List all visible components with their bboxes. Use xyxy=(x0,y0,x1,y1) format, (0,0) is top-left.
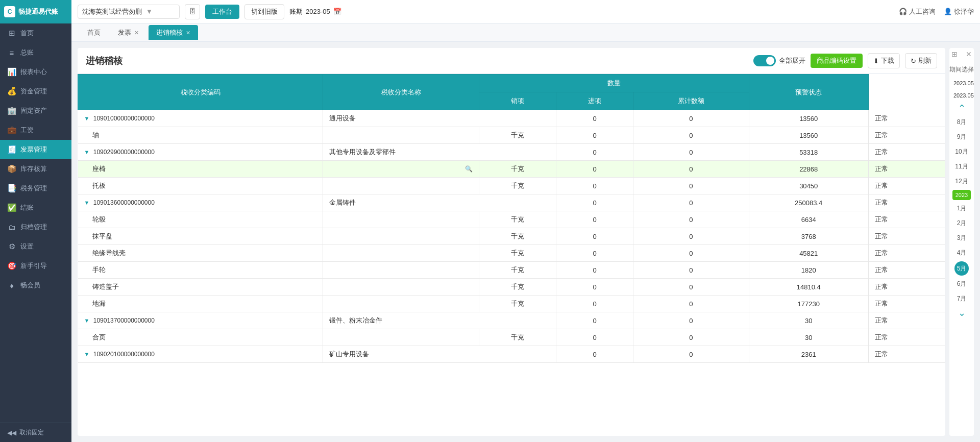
tab-invoice-close[interactable]: ✕ xyxy=(134,30,139,36)
download-button[interactable]: ⬇ 下载 xyxy=(868,53,900,68)
settings-icon: ⚙ xyxy=(7,242,16,251)
month-12[interactable]: 12月 xyxy=(952,175,971,188)
month-1[interactable]: 1月 xyxy=(952,202,971,215)
company-selector[interactable]: 沈海英测试经营勿删 ▼ xyxy=(78,5,180,19)
table-row[interactable]: 合页 千克 0 0 30 正常 xyxy=(78,329,945,346)
download-icon: ⬇ xyxy=(873,57,879,65)
expand-icon[interactable]: ▼ xyxy=(84,317,90,324)
expand-icon[interactable]: ▼ xyxy=(84,115,90,121)
sidebar-item-assets[interactable]: 🏢 固定资产 xyxy=(0,101,71,120)
workspace-button[interactable]: 工作台 xyxy=(205,5,239,19)
table-row[interactable]: ▼ 109013700000000000 锻件、粉末冶金件 0 0 30 正常 xyxy=(78,312,945,329)
td-status: 正常 xyxy=(868,329,945,346)
sidebar-item-settings[interactable]: ⚙ 设置 xyxy=(0,237,71,256)
month-2[interactable]: 2月 xyxy=(952,217,971,230)
sidebar-item-member[interactable]: ♦ 畅会员 xyxy=(0,276,71,295)
table-row[interactable]: 地漏 千克 0 0 177230 正常 xyxy=(78,296,945,312)
scroll-up-arrow[interactable]: ⌃ xyxy=(949,103,974,114)
table-row[interactable]: ▼ 109013600000000000 金属铸件 0 0 250083.4 正… xyxy=(78,194,945,211)
table-row[interactable]: ▼ 109029900000000000 其他专用设备及零部件 0 0 5331… xyxy=(78,144,945,161)
month-11[interactable]: 11月 xyxy=(952,160,971,173)
month-10[interactable]: 10月 xyxy=(952,145,971,158)
sidebar-item-label: 发票管理 xyxy=(20,145,47,154)
td-status: 正常 xyxy=(868,279,945,296)
td-sales: 0 xyxy=(556,161,633,178)
sidebar-cancel-fixed[interactable]: ◀◀ 取消固定 xyxy=(0,423,71,442)
tab-reconcile[interactable]: 进销稽核 ✕ xyxy=(149,25,198,40)
user-menu[interactable]: 👤 徐泽华 xyxy=(944,7,974,16)
table-row[interactable]: 铸造盖子 千克 0 0 14810.4 正常 xyxy=(78,279,945,296)
tab-home[interactable]: 首页 xyxy=(80,25,108,40)
table-row[interactable]: 绝缘导线壳 千克 0 0 45821 正常 xyxy=(78,245,945,262)
table-row[interactable]: 手轮 千克 0 0 1820 正常 xyxy=(78,262,945,279)
td-unit: 千克 xyxy=(479,279,556,296)
td-unit: 千克 xyxy=(479,245,556,262)
refresh-button[interactable]: ↻ 刷新 xyxy=(905,53,937,68)
tab-invoice[interactable]: 发票 ✕ xyxy=(110,25,146,40)
td-unit: 千克 xyxy=(479,228,556,245)
td-sales: 0 xyxy=(556,194,633,211)
download-label: 下载 xyxy=(881,56,894,65)
td-sales: 0 xyxy=(556,279,633,296)
sidebar-item-label: 税务管理 xyxy=(20,184,47,193)
sidebar-item-tax[interactable]: 📑 税务管理 xyxy=(0,179,71,198)
sidebar-item-settlement[interactable]: ✅ 结账 xyxy=(0,198,71,217)
funds-icon: 💰 xyxy=(7,87,16,96)
sidebar-item-archive[interactable]: 🗂 归档管理 xyxy=(0,217,71,237)
table-row[interactable]: 座椅 🔍 千克 0 0 22868 正常 xyxy=(78,161,945,178)
table-container: 税收分类编码 税收分类名称 数量 预警状态 销项 进项 累计数额 ▼ xyxy=(78,74,945,436)
month-7[interactable]: 7月 xyxy=(952,292,971,305)
sidebar-item-guide[interactable]: 🎯 新手引导 xyxy=(0,256,71,276)
expand-icon[interactable]: ▼ xyxy=(84,200,90,206)
panel-expand-button[interactable]: ⊞ xyxy=(951,50,958,58)
scroll-down-arrow[interactable]: ⌄ xyxy=(949,307,974,318)
page-header-actions: 全部展开 商品编码设置 ⬇ 下载 ↻ 刷新 xyxy=(753,53,937,68)
table-row[interactable]: ▼ 109020100000000000 矿山专用设备 0 0 2361 正常 xyxy=(78,346,945,363)
table-row[interactable]: ▼ 109010000000000000 通用设备 0 0 13560 正常 xyxy=(78,110,945,127)
month-3[interactable]: 3月 xyxy=(952,232,971,244)
table-row[interactable]: 轴 千克 0 0 13560 正常 xyxy=(78,127,945,144)
month-8[interactable]: 8月 xyxy=(952,116,971,129)
sidebar-item-label: 资金管理 xyxy=(20,87,47,96)
sidebar-item-salary[interactable]: 💼 工资 xyxy=(0,120,71,140)
support-button[interactable]: 🎧 人工咨询 xyxy=(899,7,936,16)
td-total: 13560 xyxy=(749,127,868,144)
panel-close-button[interactable]: ✕ xyxy=(966,50,972,58)
product-code-button[interactable]: 商品编码设置 xyxy=(811,54,863,68)
toggle-all[interactable]: 全部展开 xyxy=(753,55,805,66)
salary-icon: 💼 xyxy=(7,126,16,135)
table-row[interactable]: 轮毂 千克 0 0 6634 正常 xyxy=(78,211,945,228)
archive-button[interactable]: 🗄 xyxy=(185,4,200,19)
td-purchase: 0 xyxy=(633,228,749,245)
td-status: 正常 xyxy=(868,144,945,161)
sidebar-item-invoice[interactable]: 🧾 发票管理 xyxy=(0,140,71,159)
tab-reconcile-close[interactable]: ✕ xyxy=(186,30,190,36)
sidebar-item-home[interactable]: ⊞ 首页 xyxy=(0,23,71,43)
sidebar-item-funds[interactable]: 💰 资金管理 xyxy=(0,82,71,101)
month-5[interactable]: 5月 xyxy=(954,261,969,276)
expand-icon[interactable]: ▼ xyxy=(84,149,90,155)
td-sales: 0 xyxy=(556,312,633,329)
calendar-icon[interactable]: 📅 xyxy=(333,8,341,15)
td-purchase: 0 xyxy=(633,127,749,144)
sidebar-item-ledger[interactable]: ≡ 总账 xyxy=(0,43,71,62)
invoice-icon: 🧾 xyxy=(7,145,16,154)
month-6[interactable]: 6月 xyxy=(952,278,971,290)
period-2023-05-a[interactable]: 2023.05 xyxy=(952,78,971,88)
period-2023-05-b[interactable]: 2023.05 xyxy=(952,90,971,101)
search-icon[interactable]: 🔍 xyxy=(465,165,473,173)
month-9[interactable]: 9月 xyxy=(952,131,971,143)
sidebar-item-reports[interactable]: 📊 报表中心 xyxy=(0,62,71,82)
sidebar-item-inventory[interactable]: 📦 库存核算 xyxy=(0,159,71,179)
td-purchase: 0 xyxy=(633,161,749,178)
month-4[interactable]: 4月 xyxy=(952,247,971,259)
toggle-switch[interactable] xyxy=(753,55,776,66)
period-title: 期间选择 xyxy=(948,63,975,76)
td-status: 正常 xyxy=(868,228,945,245)
table-row[interactable]: 托板 千克 0 0 30450 正常 xyxy=(78,178,945,194)
old-version-button[interactable]: 切到旧版 xyxy=(244,4,284,19)
expand-icon[interactable]: ▼ xyxy=(84,351,90,357)
table-row[interactable]: 抹平盘 千克 0 0 3768 正常 xyxy=(78,228,945,245)
year-2023[interactable]: 2023 xyxy=(952,190,971,200)
td-code: ▼ 109020100000000000 xyxy=(78,346,323,363)
